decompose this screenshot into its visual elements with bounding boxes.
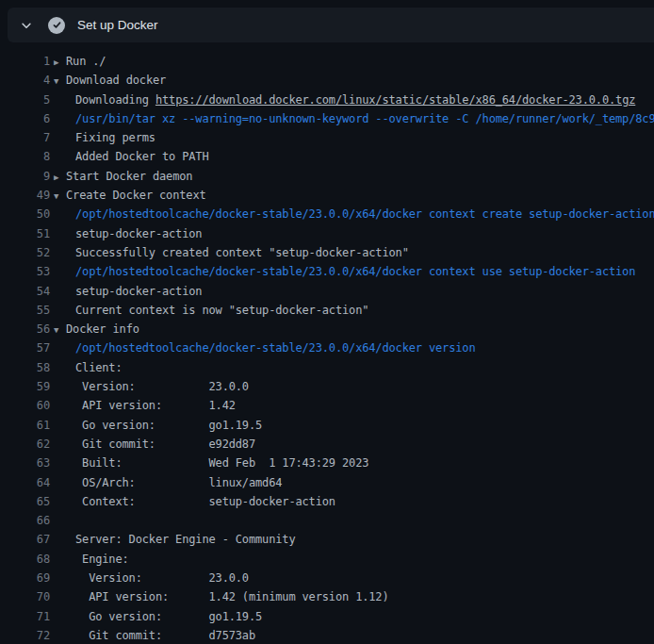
log-line[interactable]: 1▶Run ./ [8,52,654,71]
log-line[interactable]: 52Successfully created context "setup-do… [8,243,654,262]
line-number[interactable]: 59 [8,377,50,396]
check-circle-icon [48,17,65,34]
line-number[interactable]: 55 [8,301,50,320]
log-line[interactable]: 8Added Docker to PATH [8,147,654,166]
log-line[interactable]: 60 API version: 1.42 [8,396,654,415]
log-line[interactable]: 68 Engine: [8,550,654,569]
log-line[interactable]: 69 Version: 23.0.0 [8,569,654,587]
line-number[interactable]: 6 [8,109,50,128]
line-content: /usr/bin/tar xz --warning=no-unknown-key… [50,109,654,128]
log-line[interactable]: 65 Context: setup-docker-action [8,492,654,511]
line-content: setup-docker-action [50,224,202,243]
log-line[interactable]: 49▼Create Docker context [8,186,654,205]
group-title: Download docker [66,74,166,87]
line-number[interactable]: 5 [8,91,50,109]
group-title: Docker info [66,322,139,336]
log-line[interactable]: 63 Built: Wed Feb 1 17:43:29 2023 [8,454,654,472]
line-content: Context: setup-docker-action [50,492,335,511]
log-line[interactable]: 7Fixing perms [8,128,654,147]
line-number[interactable]: 49 [8,186,50,205]
line-number[interactable]: 68 [8,550,50,569]
line-content [50,511,75,530]
log-text: Client: [75,361,123,374]
line-number[interactable]: 4 [8,71,50,90]
line-content: API version: 1.42 (minimum version 1.12) [50,587,389,606]
line-number[interactable]: 63 [8,454,50,472]
log-text: Git commit: d7573ab [75,629,255,642]
log-line[interactable]: 58Client: [8,358,654,377]
line-number[interactable]: 67 [8,530,50,549]
log-line[interactable]: 71 Go version: go1.19.5 [8,607,654,626]
log-text: Downloading [75,93,155,107]
line-number[interactable]: 52 [8,243,50,262]
log-line[interactable]: 55Current context is now "setup-docker-a… [8,301,654,320]
group-title: Start Docker daemon [66,170,192,183]
line-number[interactable]: 64 [8,473,50,492]
log-line[interactable]: 53/opt/hostedtoolcache/docker-stable/23.… [8,262,654,281]
line-number[interactable]: 58 [8,358,50,377]
line-content: Built: Wed Feb 1 17:43:29 2023 [50,454,368,472]
line-number[interactable]: 7 [8,128,50,147]
line-content: Engine: [50,550,129,569]
log-line[interactable]: 61 Go version: go1.19.5 [8,416,654,435]
line-number[interactable]: 56 [8,320,50,339]
log-line[interactable]: 64 OS/Arch: linux/amd64 [8,473,654,492]
line-number[interactable]: 70 [8,587,50,606]
line-content: Successfully created context "setup-dock… [50,243,409,262]
line-content: ▶Start Docker daemon [50,167,192,186]
triangle-expanded-icon[interactable]: ▼ [54,72,66,91]
line-number[interactable]: 61 [8,416,50,435]
line-number[interactable]: 69 [8,569,50,587]
triangle-collapsed-icon[interactable]: ▶ [54,53,66,72]
group-title: Run ./ [66,55,106,68]
log-text: Context: setup-docker-action [75,495,335,508]
line-number[interactable]: 9 [8,167,50,186]
line-number[interactable]: 1 [8,52,50,71]
line-number[interactable]: 53 [8,262,50,281]
log-line[interactable]: 4▼Download docker [8,71,654,90]
log-line[interactable]: 57/opt/hostedtoolcache/docker-stable/23.… [8,339,654,357]
log-line[interactable]: 62 Git commit: e92dd87 [8,435,654,454]
log-text: Go version: go1.19.5 [75,419,262,432]
line-number[interactable]: 72 [8,626,50,644]
log-line[interactable]: 66 [8,511,654,530]
log-line[interactable]: 72 Git commit: d7573ab [8,626,654,644]
line-number[interactable]: 54 [8,282,50,301]
log-line[interactable]: 51setup-docker-action [8,224,654,243]
line-number[interactable]: 62 [8,435,50,454]
log-line[interactable]: 59 Version: 23.0.0 [8,377,654,396]
line-number[interactable]: 8 [8,147,50,166]
log-line[interactable]: 54setup-docker-action [8,282,654,301]
triangle-expanded-icon[interactable]: ▼ [54,321,66,339]
log-line[interactable]: 6/usr/bin/tar xz --warning=no-unknown-ke… [8,109,654,128]
line-number[interactable]: 51 [8,224,50,243]
line-content: Fixing perms [50,128,155,147]
log-text: Version: 23.0.0 [75,380,249,393]
log-line[interactable]: 67Server: Docker Engine - Community [8,530,654,549]
line-content: /opt/hostedtoolcache/docker-stable/23.0.… [50,262,635,281]
log-line[interactable]: 50/opt/hostedtoolcache/docker-stable/23.… [8,205,654,223]
step-header[interactable]: Set up Docker [8,8,654,42]
log-line[interactable]: 5Downloading https://download.docker.com… [8,91,654,109]
log-text: Built: Wed Feb 1 17:43:29 2023 [75,456,368,470]
log-text: Git commit: e92dd87 [75,438,255,451]
line-number[interactable]: 50 [8,205,50,223]
line-content: OS/Arch: linux/amd64 [50,473,282,492]
log-line[interactable]: 9▶Start Docker daemon [8,167,654,186]
log-link[interactable]: https://download.docker.com/linux/static… [155,93,635,107]
line-number[interactable]: 60 [8,396,50,415]
line-number[interactable]: 57 [8,339,50,357]
line-content: Version: 23.0.0 [50,377,249,396]
log-line[interactable]: 56▼Docker info [8,320,654,339]
line-content: /opt/hostedtoolcache/docker-stable/23.0.… [50,205,654,223]
log-text: setup-docker-action [75,285,202,298]
line-content: Client: [50,358,123,377]
log-text: setup-docker-action [75,227,202,240]
triangle-collapsed-icon[interactable]: ▶ [54,168,66,187]
triangle-expanded-icon[interactable]: ▼ [54,187,66,206]
chevron-down-icon[interactable] [19,18,34,33]
line-number[interactable]: 71 [8,607,50,626]
line-number[interactable]: 66 [8,511,50,530]
log-line[interactable]: 70 API version: 1.42 (minimum version 1.… [8,587,654,606]
line-number[interactable]: 65 [8,492,50,511]
